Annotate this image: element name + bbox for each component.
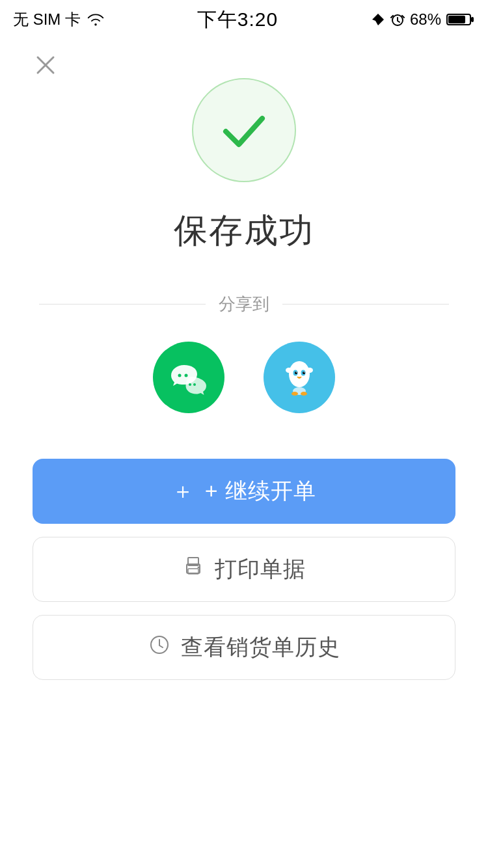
history-button[interactable]: 查看销货单历史 [33,615,455,680]
svg-point-7 [178,374,182,377]
wechat-share-button[interactable] [153,342,224,413]
svg-point-11 [289,361,310,387]
divider-line-right [282,304,449,305]
main-content: 保存成功 分享到 [0,39,488,680]
qq-share-button[interactable] [264,342,335,413]
action-buttons: ＋ + 继续开单 打印单据 查看销货单历 [0,459,488,680]
wifi-icon [87,12,104,27]
svg-point-18 [304,372,305,373]
printer-icon [182,556,204,583]
share-label: 分享到 [206,293,282,316]
svg-point-26 [198,567,200,569]
success-icon-container [192,78,296,182]
svg-point-22 [301,392,307,396]
continue-label: + 继续开单 [205,476,316,506]
success-title: 保存成功 [174,208,314,254]
plus-icon: ＋ [172,476,195,506]
print-button[interactable]: 打印单据 [33,537,455,602]
svg-point-10 [193,383,196,386]
svg-rect-3 [448,16,465,23]
svg-point-20 [306,368,313,373]
svg-point-21 [291,392,298,396]
print-label: 打印单据 [215,554,306,584]
svg-point-19 [286,368,292,373]
alarm-icon [390,12,405,27]
continue-button[interactable]: ＋ + 继续开单 [33,459,455,524]
close-button[interactable] [26,46,65,85]
checkmark-icon [218,104,270,156]
qq-icon [278,356,321,399]
divider-line-left [39,304,206,305]
status-right: 68% [371,10,475,29]
status-time: 下午3:20 [197,7,278,33]
wechat-icon [167,360,210,395]
history-label: 查看销货单历史 [181,632,340,662]
history-icon [148,634,170,661]
svg-point-9 [189,383,191,386]
svg-point-8 [185,374,188,377]
location-icon [371,12,385,27]
status-left: 无 SIM 卡 [13,9,104,30]
status-bar: 无 SIM 卡 下午3:20 68% [0,0,488,39]
share-icons-group [153,342,335,413]
share-divider: 分享到 [0,293,488,316]
battery-text: 68% [410,10,441,29]
svg-rect-2 [471,17,474,22]
no-sim-text: 无 SIM 卡 [13,9,81,30]
svg-point-17 [296,372,297,373]
battery-icon [446,12,475,27]
